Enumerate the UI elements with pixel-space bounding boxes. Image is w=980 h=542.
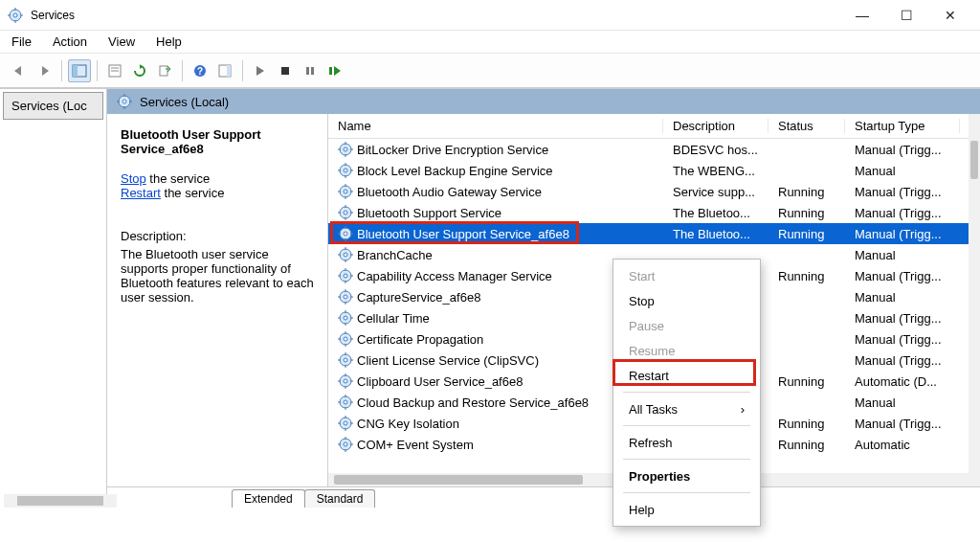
refresh-button[interactable] <box>128 59 151 82</box>
properties-button[interactable] <box>103 59 126 82</box>
service-icon <box>338 163 353 178</box>
pane-caption: Services (Local) <box>107 89 980 114</box>
service-row[interactable]: Bluetooth User Support Service_af6e8The … <box>328 223 969 244</box>
close-button[interactable]: ✕ <box>928 0 972 31</box>
menuitem-help[interactable]: Help <box>613 497 760 522</box>
service-row[interactable]: Block Level Backup Engine ServiceThe WBE… <box>328 160 969 181</box>
service-icon <box>338 289 353 305</box>
service-icon <box>338 247 353 262</box>
svg-rect-7 <box>73 65 78 77</box>
service-row[interactable]: Bluetooth Audio Gateway ServiceService s… <box>328 181 969 202</box>
menu-action[interactable]: Action <box>49 33 91 51</box>
description-text: The Bluetooth user service supports prop… <box>121 247 318 305</box>
context-menu: StartStopPauseResumeRestartAll Tasks›Ref… <box>612 259 761 527</box>
svg-rect-15 <box>227 65 231 77</box>
svg-rect-16 <box>281 67 289 75</box>
service-row[interactable]: Bluetooth Support ServiceThe Bluetoo...R… <box>328 202 969 223</box>
svg-rect-11 <box>160 66 167 76</box>
service-icon <box>338 437 353 452</box>
detail-pane: Bluetooth User Support Service_af6e8 Sto… <box>107 114 327 486</box>
app-icon <box>8 8 23 23</box>
menuitem-pause: Pause <box>613 313 760 338</box>
service-icon <box>338 373 353 389</box>
service-icon <box>338 205 353 220</box>
service-icon <box>338 352 353 368</box>
svg-rect-18 <box>311 67 314 75</box>
menuitem-restart[interactable]: Restart <box>613 363 760 388</box>
minimize-button[interactable]: — <box>840 0 884 31</box>
tab-extended[interactable]: Extended <box>232 489 305 508</box>
tab-standard[interactable]: Standard <box>304 489 376 508</box>
menuitem-all-tasks[interactable]: All Tasks› <box>613 396 760 421</box>
menuitem-stop[interactable]: Stop <box>613 288 760 313</box>
stop-service-button[interactable] <box>274 59 297 82</box>
service-icon <box>338 142 353 157</box>
stop-link[interactable]: Stop <box>121 171 146 186</box>
service-icon <box>338 226 353 241</box>
service-icon <box>338 184 353 199</box>
column-startup-type[interactable]: Startup Type <box>845 119 960 133</box>
column-name[interactable]: Name <box>328 119 663 133</box>
service-icon <box>338 310 353 326</box>
titlebar: Services — ☐ ✕ <box>0 0 980 31</box>
column-status[interactable]: Status <box>768 119 845 133</box>
service-icon <box>338 416 353 431</box>
svg-rect-19 <box>329 67 332 75</box>
caption-text: Services (Local) <box>140 95 229 109</box>
svg-rect-17 <box>306 67 309 75</box>
forward-button[interactable] <box>33 59 56 82</box>
console-tree: Services (Loc <box>0 89 107 508</box>
vertical-scrollbar[interactable] <box>969 114 980 486</box>
back-button[interactable] <box>8 59 31 82</box>
svg-text:?: ? <box>197 66 203 77</box>
service-icon <box>338 268 353 283</box>
maximize-button[interactable]: ☐ <box>884 0 928 31</box>
menuitem-properties[interactable]: Properties <box>613 463 760 488</box>
show-hide-tree-button[interactable] <box>68 59 91 82</box>
menu-file[interactable]: File <box>8 33 35 51</box>
column-description[interactable]: Description <box>663 119 768 133</box>
view-tabs: Extended Standard <box>107 486 980 508</box>
service-row[interactable]: BitLocker Drive Encryption ServiceBDESVC… <box>328 139 969 160</box>
tree-node-services-local[interactable]: Services (Loc <box>3 92 103 120</box>
selected-service-name: Bluetooth User Support Service_af6e8 <box>121 127 318 156</box>
description-label: Description: <box>121 229 318 243</box>
menuitem-refresh[interactable]: Refresh <box>613 430 760 455</box>
toolbar: ? <box>0 54 980 88</box>
show-hide-action-pane-button[interactable] <box>213 59 236 82</box>
menubar: File Action View Help <box>0 31 980 54</box>
help-button[interactable]: ? <box>189 59 212 82</box>
start-service-button[interactable] <box>249 59 272 82</box>
service-icon <box>338 395 353 410</box>
service-icon <box>338 331 353 347</box>
chevron-right-icon: › <box>741 402 745 417</box>
window-title: Services <box>31 9 840 22</box>
menuitem-start: Start <box>613 263 760 288</box>
export-button[interactable] <box>153 59 176 82</box>
restart-link[interactable]: Restart <box>121 186 161 200</box>
restart-service-button[interactable] <box>323 59 346 82</box>
menuitem-resume: Resume <box>613 338 760 363</box>
column-headers: Name Description Status Startup Type <box>328 114 980 139</box>
menu-help[interactable]: Help <box>152 33 186 51</box>
tree-horizontal-scrollbar[interactable] <box>4 494 117 508</box>
services-icon <box>117 94 132 109</box>
pause-service-button[interactable] <box>299 59 322 82</box>
menu-view[interactable]: View <box>104 33 139 51</box>
